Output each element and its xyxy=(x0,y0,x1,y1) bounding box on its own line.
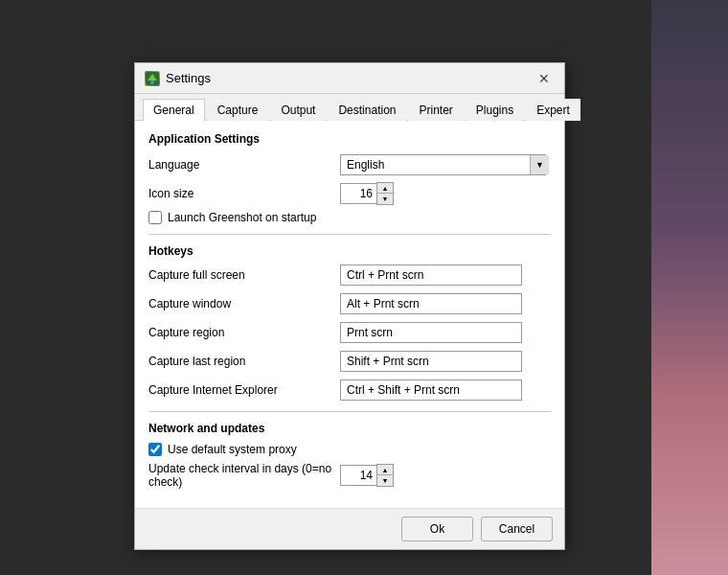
tab-general[interactable]: General xyxy=(143,99,205,121)
hotkey-capture-fullscreen-row: Capture full screen xyxy=(148,264,551,287)
hotkey-capture-window-control xyxy=(340,293,551,314)
tab-destination[interactable]: Destination xyxy=(328,99,406,121)
tab-plugins[interactable]: Plugins xyxy=(466,99,524,121)
hotkey-capture-region-input[interactable] xyxy=(340,322,522,343)
update-interval-input[interactable] xyxy=(340,465,376,486)
hotkeys-header: Hotkeys xyxy=(148,244,551,258)
language-select-wrapper: English German French Spanish Dutch ▼ xyxy=(340,154,551,175)
update-interval-label: Update check interval in days (0=no chec… xyxy=(148,462,340,489)
language-control: English German French Spanish Dutch ▼ xyxy=(340,154,551,175)
tab-printer[interactable]: Printer xyxy=(408,99,463,121)
hotkey-capture-ie-input[interactable] xyxy=(340,380,522,401)
language-row: Language English German French Spanish D… xyxy=(148,153,551,176)
content-area: Application Settings Language English Ge… xyxy=(135,121,564,508)
language-label: Language xyxy=(148,158,340,172)
tab-output[interactable]: Output xyxy=(270,99,326,121)
background-decoration xyxy=(651,0,728,575)
hotkey-capture-lastregion-label: Capture last region xyxy=(148,355,340,368)
proxy-label: Use default system proxy xyxy=(168,443,297,456)
cancel-button[interactable]: Cancel xyxy=(481,517,553,541)
icon-size-control: ▲ ▼ xyxy=(340,182,551,205)
update-interval-spin-buttons: ▲ ▼ xyxy=(376,464,394,487)
proxy-row: Use default system proxy xyxy=(148,443,551,456)
svg-point-2 xyxy=(150,80,154,84)
tab-capture[interactable]: Capture xyxy=(207,99,269,121)
update-interval-spin-up[interactable]: ▲ xyxy=(377,465,393,475)
app-icon xyxy=(145,71,160,86)
update-interval-spin-down[interactable]: ▼ xyxy=(377,475,393,486)
title-bar-left: Settings xyxy=(145,71,211,86)
icon-size-spin-buttons: ▲ ▼ xyxy=(376,182,394,205)
button-bar: Ok Cancel xyxy=(135,508,564,549)
hotkey-capture-region-control xyxy=(340,322,551,343)
hotkey-capture-fullscreen-input[interactable] xyxy=(340,264,522,286)
hotkey-capture-region-row: Capture region xyxy=(148,321,551,344)
proxy-checkbox[interactable] xyxy=(148,443,162,456)
network-header: Network and updates xyxy=(148,422,551,435)
separator-1 xyxy=(148,234,551,235)
hotkey-capture-lastregion-input[interactable] xyxy=(340,351,522,372)
hotkey-capture-ie-control xyxy=(340,380,551,401)
hotkey-capture-window-input[interactable] xyxy=(340,293,522,314)
hotkey-capture-region-label: Capture region xyxy=(148,326,340,339)
network-section: Network and updates Use default system p… xyxy=(148,422,551,489)
icon-size-spin-down[interactable]: ▼ xyxy=(377,194,393,204)
hotkey-capture-ie-row: Capture Internet Explorer xyxy=(148,379,551,402)
separator-2 xyxy=(148,411,551,412)
hotkey-capture-fullscreen-control xyxy=(340,264,551,286)
hotkey-capture-fullscreen-label: Capture full screen xyxy=(148,268,340,282)
icon-size-row: Icon size ▲ ▼ xyxy=(148,182,551,205)
tab-expert[interactable]: Expert xyxy=(526,99,580,121)
language-select[interactable]: English German French Spanish Dutch xyxy=(340,154,546,175)
hotkey-capture-ie-label: Capture Internet Explorer xyxy=(148,383,340,397)
dialog-title: Settings xyxy=(166,71,211,85)
hotkey-capture-window-label: Capture window xyxy=(148,297,340,310)
launch-startup-label: Launch Greenshot on startup xyxy=(168,211,316,224)
close-button[interactable]: ✕ xyxy=(534,68,555,89)
application-settings-header: Application Settings xyxy=(148,132,551,146)
launch-startup-checkbox[interactable] xyxy=(148,211,162,224)
update-interval-control: ▲ ▼ xyxy=(340,464,551,487)
icon-size-spinbox: ▲ ▼ xyxy=(340,182,551,205)
hotkey-capture-lastregion-control xyxy=(340,351,551,372)
ok-button[interactable]: Ok xyxy=(401,517,473,541)
tab-bar: General Capture Output Destination Print… xyxy=(135,94,564,121)
launch-startup-row: Launch Greenshot on startup xyxy=(148,211,551,224)
hotkey-capture-window-row: Capture window xyxy=(148,292,551,315)
update-interval-row: Update check interval in days (0=no chec… xyxy=(148,462,551,489)
settings-dialog: Settings ✕ General Capture Output Destin… xyxy=(134,62,565,550)
icon-size-spin-up[interactable]: ▲ xyxy=(377,183,393,194)
title-bar: Settings ✕ xyxy=(135,63,564,94)
icon-size-input[interactable] xyxy=(340,183,376,204)
icon-size-label: Icon size xyxy=(148,187,340,200)
hotkey-capture-lastregion-row: Capture last region xyxy=(148,350,551,373)
update-interval-spinbox: ▲ ▼ xyxy=(340,464,551,487)
